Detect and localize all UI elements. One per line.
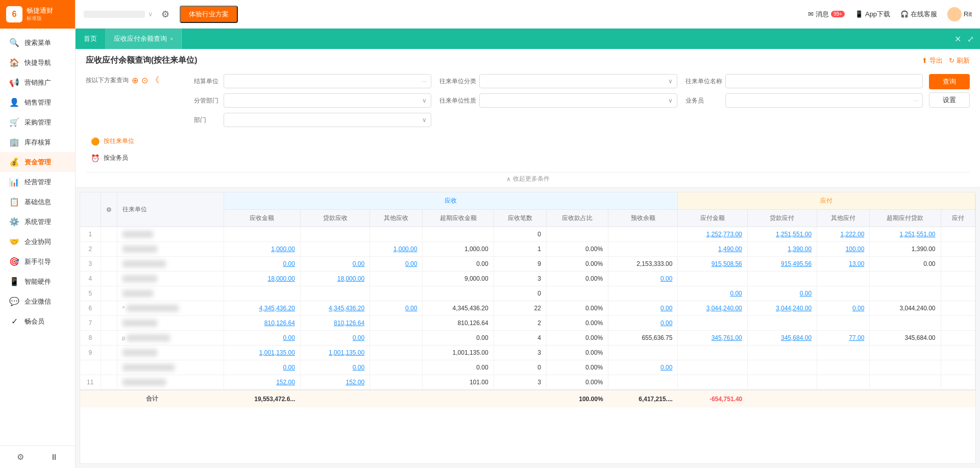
tab-home[interactable]: 首页 — [76, 29, 106, 49]
sidebar-item-purchase[interactable]: 🛒 采购管理 — [0, 112, 75, 132]
sidebar-item-basic-info[interactable]: 📋 基础信息 — [0, 192, 75, 212]
th-ap-rest: 应付 — [941, 210, 975, 227]
settlement-unit-dots: ··· — [422, 78, 427, 85]
cooperation-icon: 🤝 — [9, 237, 19, 247]
app-download-icon: 📱 — [855, 10, 863, 18]
sidebar-item-quick-nav[interactable]: 🏠 快捷导航 — [0, 53, 75, 72]
newbie-icon: 🎯 — [9, 257, 19, 266]
sidebar-item-sales[interactable]: 👤 销售管理 — [0, 92, 75, 112]
scheme-collapse-icon[interactable]: 《 — [151, 75, 159, 86]
th-ar-amount: 应收金额 — [224, 210, 301, 227]
page-header: 应收应付余额查询(按往来单位) ⬆ 导出 ↻ 刷新 按以下方案查询 ⊕ ⊙ 《 — [76, 49, 980, 188]
partner-name-input[interactable] — [725, 74, 923, 88]
partner-category-field: 往来单位分类 ∨ — [439, 74, 677, 88]
th-payable-group: 应付 — [678, 192, 975, 210]
sidebar-item-newbie[interactable]: 🎯 新手引导 — [0, 252, 75, 272]
partner-nature-chevron: ∨ — [668, 97, 673, 104]
tabbar-expand-icon[interactable]: ⤢ — [967, 34, 974, 44]
online-service-btn[interactable]: 🎧 在线客服 — [900, 10, 937, 19]
user-avatar[interactable]: Rit — [947, 7, 972, 21]
table-row: 7 ████████ 810,126.64 810,126.64 810,126… — [80, 316, 975, 331]
logo-icon: 6 — [6, 6, 22, 22]
sidebar-item-search-menu[interactable]: 🔍 搜索菜单 — [0, 33, 75, 53]
cell-ar-amount — [224, 227, 301, 242]
scheme-by-business[interactable]: ⏰ 按业务员 — [86, 150, 188, 166]
sidebar-item-wechat[interactable]: 💬 企业微信 — [0, 291, 75, 311]
sidebar-item-operation[interactable]: 📊 经营管理 — [0, 172, 75, 192]
message-badge: 99+ — [831, 11, 845, 17]
cell-ar-count: 0 — [494, 227, 546, 242]
avatar-image — [947, 7, 962, 21]
table-row: 6 ^ ████████████ 4,345,436.20 4,345,436.… — [80, 301, 975, 316]
tabbar-close-icon[interactable]: ✕ — [954, 34, 961, 44]
sidebar-item-cooperation[interactable]: 🤝 企业协同 — [0, 232, 75, 252]
salesperson-input[interactable]: ··· — [725, 93, 923, 108]
cell-ar-prepay — [608, 227, 678, 242]
partner-nature-label: 往来单位性质 — [439, 96, 476, 105]
table-row: 9 ████████ 1,001,135.00 1,001,135.00 1,0… — [80, 346, 975, 360]
finance-icon: 💰 — [9, 157, 19, 167]
sidebar-item-system[interactable]: ⚙️ 系统管理 — [0, 212, 75, 232]
cell-name: ██████ — [117, 227, 224, 242]
th-ap-other: 其他应付 — [817, 210, 870, 227]
export-btn[interactable]: ⬆ 导出 — [922, 56, 943, 65]
scheme-list: 🟠 按往来单位 ⏰ 按业务员 — [86, 133, 188, 166]
table-footer: 合计 19,553,472.6... 100.00% 6,417,215....… — [80, 390, 975, 407]
cell-ar-overdue — [423, 227, 494, 242]
th-settings[interactable]: ⚙ — [101, 192, 117, 227]
sidebar-item-inventory[interactable]: 🏢 库存核算 — [0, 132, 75, 152]
partner-category-input[interactable]: ∨ — [479, 74, 677, 88]
ar-ap-tab-label: 应收应付余额查询 — [114, 34, 167, 43]
managing-dept-input[interactable]: ∨ — [224, 93, 431, 108]
table-container: ⚙ 往来单位 应收 应付 应收金额 贷款应收 其他应收 超期应收金额 应收笔数 … — [80, 192, 976, 464]
tab-close-btn[interactable]: × — [170, 36, 173, 42]
collapse-more-btn[interactable]: ∧ 收起更多条件 — [86, 172, 970, 187]
tabbar: 首页 应收应付余额查询 × ✕ ⤢ — [76, 29, 980, 49]
settings-button[interactable]: 设置 — [929, 92, 970, 108]
inventory-icon: 🏢 — [9, 137, 19, 147]
logo: 6 畅捷通财 标准版 — [0, 0, 75, 29]
sidebar-item-member[interactable]: ✓ 畅会员 — [0, 311, 75, 331]
cell-ar-loan — [300, 227, 370, 242]
scheme-by-partner[interactable]: 🟠 按往来单位 — [86, 133, 188, 149]
sidebar-item-finance[interactable]: 💰 资金管理 — [0, 152, 75, 172]
breadcrumb-text — [84, 11, 145, 18]
service-icon: 🎧 — [900, 10, 909, 18]
th-ap-loan: 贷款应付 — [747, 210, 817, 227]
tab-ar-ap[interactable]: 应收应付余额查询 × — [106, 29, 182, 49]
cell-ap-other[interactable]: 1,222.00 — [817, 227, 870, 242]
topbar-settings-icon[interactable]: ⚙ — [161, 9, 169, 20]
message-btn[interactable]: ✉ 消息 99+ — [808, 10, 845, 19]
salesperson-field: 业务员 ··· — [685, 93, 923, 108]
filter-fields: 结算单位 ··· 往来单位分类 ∨ 往来单位名称 — [188, 72, 929, 129]
filters-area: 按以下方案查询 ⊕ ⊙ 《 结算单位 ··· 往来单位分类 — [86, 72, 970, 133]
cell-ap-overdue[interactable]: 1,251,551.00 — [870, 227, 941, 242]
th-ar-loan: 贷款应收 — [300, 210, 370, 227]
export-icon: ⬆ — [922, 57, 927, 64]
sidebar-settings-btn[interactable]: ⚙ — [13, 450, 28, 464]
managing-dept-field: 分管部门 ∨ — [194, 93, 431, 108]
scheme-selector: 按以下方案查询 ⊕ ⊙ 《 — [86, 72, 188, 86]
cell-ap-loan[interactable]: 1,251,551.00 — [747, 227, 817, 242]
settlement-unit-input[interactable]: ··· — [224, 74, 431, 88]
sidebar-item-hardware[interactable]: 📱 智能硬件 — [0, 272, 75, 291]
scheme-settings-icon[interactable]: ⊙ — [141, 76, 148, 85]
promo-button[interactable]: 体验行业方案 — [180, 6, 238, 23]
refresh-btn[interactable]: ↻ 刷新 — [949, 56, 970, 65]
add-scheme-btn[interactable]: ⊕ — [132, 76, 138, 85]
sidebar-item-marketing[interactable]: 📢 营销推广 — [0, 72, 75, 92]
salesperson-label: 业务员 — [685, 96, 722, 105]
department-input[interactable]: ∨ — [224, 113, 431, 127]
partner-category-chevron: ∨ — [668, 78, 673, 85]
cell-ap-amount[interactable]: 1,252,773.00 — [678, 227, 747, 242]
th-ar-ratio: 应收款占比 — [546, 210, 608, 227]
query-button[interactable]: 查询 — [929, 74, 970, 89]
basic-info-icon: 📋 — [9, 197, 19, 207]
sidebar-collapse-btn[interactable]: ⏸ — [46, 451, 62, 464]
topbar: ∨ ⚙ 体验行业方案 ✉ 消息 99+ 📱 App下载 🎧 在线客服 Rit — [76, 0, 980, 29]
data-table: ⚙ 往来单位 应收 应付 应收金额 贷款应收 其他应收 超期应收金额 应收笔数 … — [80, 192, 975, 407]
partner-category-label: 往来单位分类 — [439, 77, 476, 86]
home-icon: 🏠 — [9, 58, 19, 67]
partner-nature-input[interactable]: ∨ — [479, 93, 677, 108]
app-download-btn[interactable]: 📱 App下载 — [855, 10, 890, 19]
